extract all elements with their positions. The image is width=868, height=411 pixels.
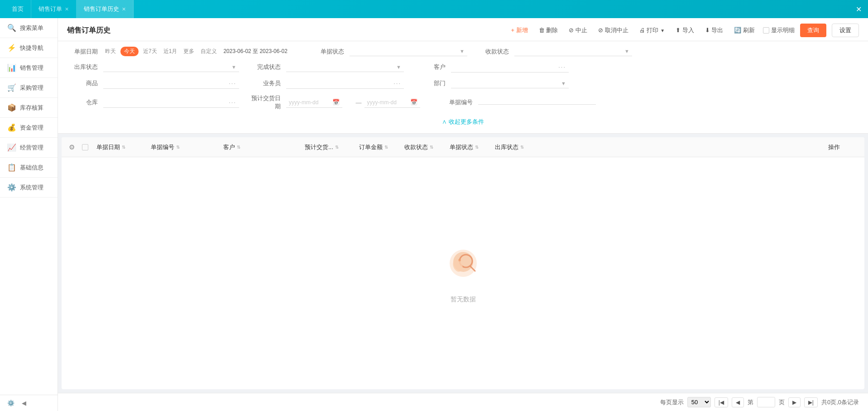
th-doc-no[interactable]: 单据编号 ⇅ xyxy=(147,143,220,151)
delivery-date-label: 预计交货日期 xyxy=(250,94,286,111)
sidebar-bottom: ⚙️ ◀ xyxy=(0,395,58,411)
th-settings[interactable]: ⚙ xyxy=(65,143,78,151)
import-button[interactable]: ⬆ 导入 xyxy=(673,24,697,36)
calendar-end-icon[interactable]: 📅 xyxy=(410,99,417,106)
setting-button[interactable]: 设置 xyxy=(832,24,859,37)
close-tab-sales-order[interactable]: ✕ xyxy=(65,6,69,12)
th-customer[interactable]: 客户 ⇅ xyxy=(220,143,301,151)
sort-payment-icon: ⇅ xyxy=(430,145,433,150)
toolbar: + 新增 🗑 删除 ⊘ 中止 ⊘ 取消中止 🖨 打印 ▼ ⬆ 导入 xyxy=(508,24,859,37)
delivery-date-end-placeholder: yyyy-mm-dd xyxy=(367,99,397,106)
window-close-button[interactable]: ✕ xyxy=(854,3,863,15)
th-checkbox[interactable] xyxy=(78,144,93,150)
th-out-status[interactable]: 出库状态 ⇅ xyxy=(491,143,825,151)
sidebar-item-inventory[interactable]: 📦 库存核算 xyxy=(0,98,58,118)
doc-no-input[interactable] xyxy=(478,101,596,105)
close-tab-sales-order-history[interactable]: ✕ xyxy=(122,6,126,12)
date-option-today[interactable]: 今天 xyxy=(120,47,139,56)
select-all-checkbox[interactable] xyxy=(82,144,88,150)
query-button[interactable]: 查询 xyxy=(800,24,826,37)
quicknav-icon: ⚡ xyxy=(7,44,16,52)
sidebar-item-search-label: 搜索菜单 xyxy=(20,24,43,32)
complete-status-label: 完成状态 xyxy=(250,63,286,71)
prev-page-button[interactable]: ◀ xyxy=(732,397,744,407)
date-option-more[interactable]: 更多 xyxy=(182,47,196,56)
department-label: 部门 xyxy=(415,79,451,87)
department-select[interactable]: ▼ xyxy=(451,79,569,88)
out-status-label: 出库状态 xyxy=(67,63,103,71)
empty-state: 暂无数据 xyxy=(441,243,486,304)
last-page-button[interactable]: ▶| xyxy=(804,397,818,407)
tab-sales-order-history[interactable]: 销售订单历史 ✕ xyxy=(77,0,134,18)
top-bar: 首页 销售订单 ✕ 销售订单历史 ✕ ✕ xyxy=(0,0,868,18)
sidebar-item-basic[interactable]: 📋 基础信息 xyxy=(0,158,58,178)
out-status-select[interactable]: ▼ xyxy=(103,63,239,72)
sidebar-item-finance[interactable]: 💰 资金管理 xyxy=(0,118,58,138)
out-status-dropdown-icon: ▼ xyxy=(231,64,236,70)
sort-amount-icon: ⇅ xyxy=(384,145,388,150)
doc-status-select[interactable]: ▼ xyxy=(350,47,467,56)
table-container: ⚙ 单据日期 ⇅ 单据编号 ⇅ 客户 ⇅ 预计交货... xyxy=(62,137,864,389)
page-number-input[interactable]: 1 xyxy=(757,397,775,407)
inventory-icon: 📦 xyxy=(7,103,16,112)
date-option-7days[interactable]: 近7天 xyxy=(141,47,159,56)
filter-row-3: 商品 ··· 业务员 ··· 部门 ▼ xyxy=(67,78,859,89)
sidebar-item-operation[interactable]: 📈 经营管理 xyxy=(0,138,58,158)
export-button[interactable]: ⬇ 导出 xyxy=(702,24,726,36)
date-range-separator: — xyxy=(356,99,362,106)
new-button[interactable]: + 新增 xyxy=(508,24,531,36)
th-doc-date[interactable]: 单据日期 ⇅ xyxy=(93,143,147,151)
basic-icon: 📋 xyxy=(7,163,16,172)
tab-home[interactable]: 首页 xyxy=(5,0,31,18)
salesperson-input[interactable]: ··· xyxy=(286,78,404,89)
sidebar-item-purchase[interactable]: 🛒 采购管理 xyxy=(0,78,58,98)
display-detail-toggle[interactable]: 显示明细 xyxy=(763,26,795,34)
calendar-start-icon[interactable]: 📅 xyxy=(332,99,340,106)
sidebar-item-finance-label: 资金管理 xyxy=(20,124,43,132)
payment-status-label: 收款状态 xyxy=(478,48,514,56)
delete-button[interactable]: 🗑 删除 xyxy=(536,24,561,36)
th-doc-status[interactable]: 单据状态 ⇅ xyxy=(446,143,491,151)
sidebar-item-purchase-label: 采购管理 xyxy=(20,84,43,92)
tab-sales-order[interactable]: 销售订单 ✕ xyxy=(31,0,77,18)
sidebar-item-system[interactable]: ⚙️ 系统管理 xyxy=(0,178,58,198)
goods-input[interactable]: ··· xyxy=(103,78,239,89)
sidebar-item-sales[interactable]: 📊 销售管理 xyxy=(0,58,58,78)
customer-label: 客户 xyxy=(415,63,451,71)
settings-gear-icon[interactable]: ⚙ xyxy=(69,143,75,151)
empty-illustration xyxy=(441,243,486,288)
doc-status-label: 单据状态 xyxy=(313,48,350,56)
cancel-stop-button[interactable]: ⊘ 取消中止 xyxy=(595,24,631,36)
first-page-button[interactable]: |◀ xyxy=(715,397,728,407)
th-payment-status[interactable]: 收款状态 ⇅ xyxy=(401,143,446,151)
next-page-button[interactable]: ▶ xyxy=(788,397,801,407)
date-option-yesterday[interactable]: 昨天 xyxy=(103,47,118,56)
collapse-filter-row[interactable]: ∧ 收起更多条件 xyxy=(67,116,859,128)
customer-input[interactable]: ··· xyxy=(451,62,569,73)
page-header: 销售订单历史 + 新增 🗑 删除 ⊘ 中止 ⊘ 取消中止 🖨 打印 ▼ xyxy=(58,18,868,41)
delivery-date-end[interactable]: yyyy-mm-dd 📅 xyxy=(364,97,421,108)
date-option-1month[interactable]: 近1月 xyxy=(162,47,179,56)
delivery-date-start-placeholder: yyyy-mm-dd xyxy=(289,99,318,106)
date-range-value: 2023-06-02 至 2023-06-02 xyxy=(223,48,287,55)
sidebar-item-quicknav[interactable]: ⚡ 快捷导航 xyxy=(0,38,58,58)
sidebar-item-search[interactable]: 🔍 搜索菜单 xyxy=(0,18,58,38)
sidebar-settings-icon[interactable]: ⚙️ xyxy=(7,400,14,406)
payment-status-select[interactable]: ▼ xyxy=(514,47,632,56)
operation-icon: 📈 xyxy=(7,143,16,152)
stop-button[interactable]: ⊘ 中止 xyxy=(566,24,590,36)
th-order-amount[interactable]: 订单金额 ⇅ xyxy=(355,143,401,151)
date-option-custom[interactable]: 自定义 xyxy=(199,47,219,56)
delivery-date-start[interactable]: yyyy-mm-dd 📅 xyxy=(286,97,342,108)
th-delivery-date[interactable]: 预计交货... ⇅ xyxy=(301,143,355,151)
complete-status-select[interactable]: ▼ xyxy=(286,63,404,72)
display-detail-checkbox[interactable] xyxy=(763,27,769,34)
warehouse-input[interactable]: ··· xyxy=(103,97,239,108)
total-records: 共0页,0条记录 xyxy=(821,398,859,406)
goods-label: 商品 xyxy=(67,79,103,87)
print-button[interactable]: 🖨 打印 ▼ xyxy=(637,24,668,36)
sidebar-collapse-icon[interactable]: ◀ xyxy=(22,400,26,406)
refresh-button[interactable]: 🔄 刷新 xyxy=(731,24,758,36)
payment-status-dropdown-icon: ▼ xyxy=(624,48,629,54)
page-size-select[interactable]: 50 100 200 xyxy=(687,397,711,407)
